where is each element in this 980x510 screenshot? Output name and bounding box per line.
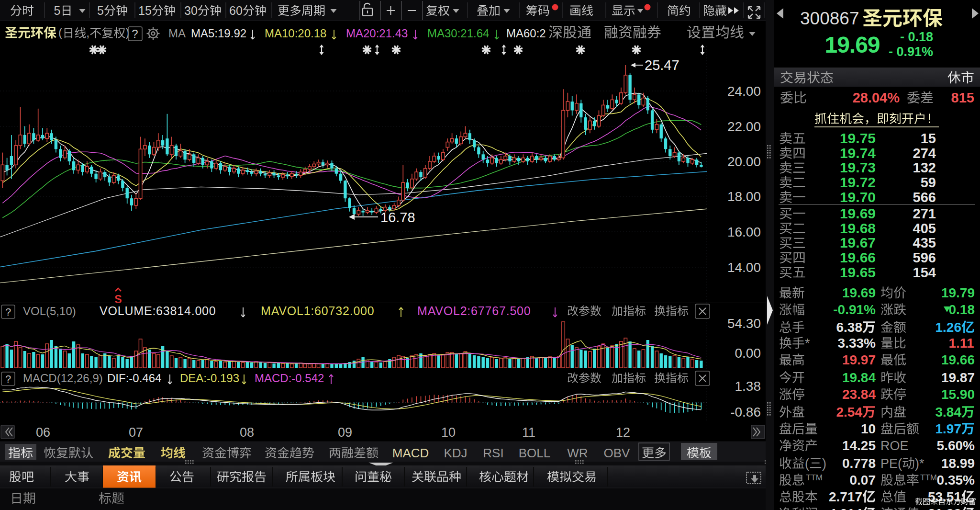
svg-text:19.68: 19.68 [840,220,876,236]
svg-text:): ) [822,456,826,471]
svg-text:5: 5 [54,4,61,17]
svg-text:MA20:21.43: MA20:21.43 [346,27,408,40]
svg-text:596: 596 [913,250,936,265]
svg-text:19.70: 19.70 [840,189,876,205]
svg-text:19.84: 19.84 [842,370,876,385]
svg-text:KDJ: KDJ [444,446,467,460]
svg-text:4.014: 4.014 [829,506,862,510]
svg-text:19.66: 19.66 [840,249,876,265]
svg-text:5: 5 [97,4,104,17]
svg-text:15.90: 15.90 [941,387,975,402]
svg-text:MA60:2: MA60:2 [506,27,546,40]
svg-text:MA30:21.64: MA30:21.64 [427,27,489,40]
svg-text:23.84: 23.84 [842,387,876,402]
svg-text:TTM: TTM [806,473,823,482]
svg-text:-0.86: -0.86 [730,405,761,419]
svg-text:19.72: 19.72 [840,174,876,190]
svg-text:- 0.91%: - 0.91% [889,45,933,59]
svg-text:DIF:-0.464: DIF:-0.464 [107,372,161,385]
svg-text:-0.91%: -0.91% [833,302,876,317]
svg-text:25.47: 25.47 [645,57,679,73]
svg-text:0.778: 0.778 [842,456,876,471]
svg-text:19.69: 19.69 [840,205,876,221]
svg-text:60: 60 [229,4,243,17]
svg-text:300867: 300867 [800,9,859,28]
svg-text:1.38: 1.38 [735,379,761,394]
svg-text:19.66: 19.66 [941,352,975,367]
svg-text:15: 15 [138,4,152,17]
svg-text:14.00: 14.00 [727,260,761,275]
svg-text:1.11: 1.11 [949,336,974,351]
svg-text:19.97: 19.97 [842,352,876,367]
svg-text:OBV: OBV [604,446,631,460]
svg-text:VOL(5,10): VOL(5,10) [23,305,76,317]
svg-text:MA10:20.18: MA10:20.18 [265,27,326,40]
svg-text:?: ? [5,373,11,385]
svg-text:0.18: 0.18 [949,302,975,317]
svg-text:21.99: 21.99 [928,506,961,510]
svg-text:3.33%: 3.33% [838,336,876,351]
svg-text:0.35%: 0.35% [937,473,975,487]
svg-text:2.717: 2.717 [829,489,862,504]
svg-text:- 0.18: - 0.18 [900,30,933,44]
svg-text:0.00: 0.00 [735,346,761,361]
svg-text:PE(: PE( [880,456,902,471]
svg-text:RSI: RSI [483,446,503,460]
svg-text:2.54: 2.54 [836,405,863,419]
svg-text:1.97: 1.97 [935,421,962,436]
svg-text:19.69: 19.69 [824,32,880,57]
svg-text:MAVOL1:60732.000: MAVOL1:60732.000 [261,304,375,317]
svg-text:10: 10 [441,425,456,440]
svg-text:14.25: 14.25 [842,438,876,453]
svg-text:19.67: 19.67 [840,235,876,250]
svg-text:435: 435 [913,235,936,250]
svg-text:19.69: 19.69 [842,285,876,300]
svg-text:TTM: TTM [920,473,937,482]
svg-text:132: 132 [913,160,936,175]
svg-text:154: 154 [913,265,936,280]
svg-text:6.38: 6.38 [836,320,863,335]
svg-text:)*: )* [915,456,924,471]
svg-text:5.60%: 5.60% [937,438,975,453]
svg-text:54.30: 54.30 [727,316,761,331]
svg-text:MA5:19.92: MA5:19.92 [191,27,246,40]
svg-text:(: ( [58,26,63,39]
svg-text:16.00: 16.00 [727,225,761,239]
svg-text:18.99: 18.99 [941,456,975,471]
svg-text:16.78: 16.78 [380,210,415,225]
svg-text:BOLL: BOLL [519,446,551,460]
svg-text:19.75: 19.75 [840,130,876,146]
svg-text:405: 405 [913,221,936,236]
svg-text:MACD(12,26,9): MACD(12,26,9) [23,372,103,385]
svg-text:08: 08 [240,425,254,440]
svg-text:24.00: 24.00 [727,84,761,99]
svg-text:VOLUME:63814.000: VOLUME:63814.000 [100,304,216,317]
svg-text:30: 30 [184,4,198,17]
svg-text:12: 12 [616,425,630,440]
svg-text:18.00: 18.00 [727,189,761,204]
svg-text:MA: MA [168,27,186,40]
svg-text:271: 271 [913,206,936,221]
svg-text:19.87: 19.87 [941,370,975,385]
svg-text:15: 15 [921,131,936,146]
svg-text:19.65: 19.65 [840,264,876,280]
svg-text:22.00: 22.00 [727,119,761,134]
svg-text:MACD: MACD [392,446,429,460]
svg-text:815: 815 [951,90,974,105]
svg-text:59: 59 [921,175,936,190]
svg-text:19.73: 19.73 [840,159,876,175]
svg-text:,: , [86,26,89,39]
svg-text:53.51: 53.51 [928,489,961,504]
svg-text:11: 11 [522,425,535,440]
svg-text:19.79: 19.79 [941,285,975,300]
svg-text:WR: WR [567,446,588,460]
svg-text:DEA:-0.193: DEA:-0.193 [180,372,239,385]
svg-text:10: 10 [861,421,876,436]
svg-text:28.04%: 28.04% [853,90,900,105]
svg-text:06: 06 [36,425,50,440]
svg-text:): ) [125,26,129,39]
svg-text:19.74: 19.74 [840,145,876,161]
svg-text:07: 07 [129,425,143,440]
svg-text:3.84: 3.84 [935,405,962,419]
svg-text:1.26: 1.26 [935,320,962,335]
